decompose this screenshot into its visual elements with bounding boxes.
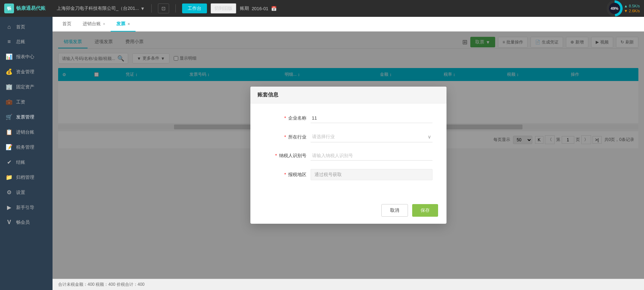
industry-row: * 所在行业 请选择行业 ∨ xyxy=(264,131,432,142)
tax-id-label-text: 纳税人识别号 xyxy=(279,153,306,158)
company-name[interactable]: 上海卯金刀电子科技有限公司_（台201... ▼ xyxy=(57,5,145,12)
sidebar-item-guide[interactable]: ▶ 新手引导 xyxy=(0,200,53,215)
tax-region-row: * 报税地区 通过税号获取 xyxy=(264,169,432,180)
company-name-row: * 企业名称 xyxy=(264,113,432,123)
sidebar-item-invoice[interactable]: 🛒 发票管理 xyxy=(0,109,53,124)
speed-up: ▲ 8.5K/s xyxy=(624,4,640,8)
company-name-label-text: 企业名称 xyxy=(288,115,306,121)
modal-title: 账套信息 xyxy=(250,87,446,103)
tab-home[interactable]: 首页 xyxy=(57,17,77,32)
status-bar: 合计未税金额：400 税额：400 价税合计：400 xyxy=(53,279,644,290)
tab-purchase-close[interactable]: × xyxy=(103,22,105,26)
speed-donut: 49% xyxy=(607,0,623,16)
ledger-icon: ≡ xyxy=(6,39,13,45)
sidebar-item-home[interactable]: ⌂ 首页 xyxy=(0,20,53,34)
sidebar-label-member: 畅会员 xyxy=(16,219,30,225)
industry-select[interactable]: 请选择行业 ∨ xyxy=(311,131,432,142)
topbar-divider-2 xyxy=(175,4,176,13)
sidebar-item-settings[interactable]: ⚙ 设置 xyxy=(0,185,53,200)
company-name-text: 上海卯金刀电子科技有限公司_（台201... xyxy=(57,5,139,12)
sidebar-item-funds[interactable]: 💰 资金管理 xyxy=(0,64,53,79)
topbar: 畅 畅康通易代账 上海卯金刀电子科技有限公司_（台201... ▼ ⊡ 工作台 … xyxy=(0,0,644,17)
industry-label-text: 所在行业 xyxy=(288,134,306,140)
settle-icon: ✔ xyxy=(6,159,13,166)
modal-overlay: 账套信息 * 企业名称 * xyxy=(53,32,644,279)
sidebar-item-assets[interactable]: 🏢 固定资产 xyxy=(0,79,53,94)
sidebar-label-tax: 税务管理 xyxy=(16,144,34,150)
required-marker-2: * xyxy=(284,134,286,140)
purchase-icon: 📋 xyxy=(6,129,13,135)
sidebar-label-home: 首页 xyxy=(16,24,25,30)
sidebar-item-purchase[interactable]: 📋 进销台账 xyxy=(0,124,53,140)
workbench-button[interactable]: 工作台 xyxy=(182,4,207,13)
speed-widget: 49% ▲ 8.5K/s ▼ 2.6K/s xyxy=(607,0,640,16)
old-version-button[interactable]: 切到旧版 xyxy=(210,3,236,14)
company-name-label: * 企业名称 xyxy=(264,115,306,121)
tabbar: 首页 进销台账 × 发票 × xyxy=(53,17,644,32)
company-name-input[interactable] xyxy=(311,113,432,123)
topbar-copy-btn[interactable]: ⊡ xyxy=(158,4,169,13)
sidebar-label-settle: 结账 xyxy=(16,159,25,166)
tab-invoice[interactable]: 发票 × xyxy=(111,17,135,32)
main-layout: ⌂ 首页 ≡ 总账 📊 报表中心 💰 资金管理 🏢 固定资产 💼 工资 🛒 发票… xyxy=(0,17,644,290)
sidebar-label-ledger: 总账 xyxy=(16,39,25,45)
sidebar-label-assets: 固定资产 xyxy=(16,84,34,90)
sidebar-item-member[interactable]: V 畅会员 xyxy=(0,215,53,230)
sidebar-label-invoice: 发票管理 xyxy=(16,114,34,120)
industry-placeholder: 请选择行业 xyxy=(312,134,428,140)
assets-icon: 🏢 xyxy=(6,83,13,90)
invoice-area: 销项发票 进项发票 费用小票 ⊞ 取票 ▼ ≡ 批量操作 xyxy=(53,32,644,279)
invoice-icon: 🛒 xyxy=(6,114,13,120)
salary-icon: 💼 xyxy=(6,99,13,105)
speed-values: ▲ 8.5K/s ▼ 2.6K/s xyxy=(624,4,640,13)
sidebar-label-guide: 新手引导 xyxy=(16,204,34,211)
modal-body: * 企业名称 * 所在行业 请选择行业 xyxy=(250,103,446,198)
funds-icon: 💰 xyxy=(6,68,13,75)
speed-percent: 49% xyxy=(609,3,620,14)
tax-region-label: * 报税地区 xyxy=(264,171,306,178)
tax-id-label: * 纳税人识别号 xyxy=(264,153,306,159)
tax-id-input[interactable] xyxy=(311,151,432,161)
industry-chevron-icon: ∨ xyxy=(428,134,431,140)
tab-purchase-label: 进销台账 xyxy=(83,21,101,27)
app-logo: 畅 畅康通易代账 xyxy=(4,4,53,13)
sidebar-label-archive: 归档管理 xyxy=(16,174,34,181)
tab-home-label: 首页 xyxy=(62,21,71,27)
required-marker-4: * xyxy=(284,172,286,177)
cancel-button[interactable]: 取消 xyxy=(381,204,408,217)
sidebar-item-salary[interactable]: 💼 工资 xyxy=(0,94,53,109)
guide-icon: ▶ xyxy=(6,204,13,211)
company-dropdown-icon[interactable]: ▼ xyxy=(140,6,145,11)
modal-footer: 取消 保存 xyxy=(250,198,446,224)
account-info-modal: 账套信息 * 企业名称 * xyxy=(250,87,446,224)
speed-down: ▼ 2.6K/s xyxy=(624,9,640,13)
sidebar: ⌂ 首页 ≡ 总账 📊 报表中心 💰 资金管理 🏢 固定资产 💼 工资 🛒 发票… xyxy=(0,17,53,290)
tax-id-row: * 纳税人识别号 xyxy=(264,151,432,161)
sidebar-item-reports[interactable]: 📊 报表中心 xyxy=(0,49,53,64)
save-button[interactable]: 保存 xyxy=(412,204,438,217)
sidebar-label-funds: 资金管理 xyxy=(16,69,34,75)
topbar-right: 49% ▲ 8.5K/s ▼ 2.6K/s xyxy=(607,0,640,16)
sidebar-label-settings: 设置 xyxy=(16,189,25,196)
sidebar-item-archive[interactable]: 📁 归档管理 xyxy=(0,170,53,185)
settings-icon: ⚙ xyxy=(6,189,13,196)
member-icon: V xyxy=(6,219,13,225)
sidebar-item-settle[interactable]: ✔ 结账 xyxy=(0,155,53,170)
calendar-icon[interactable]: 📅 xyxy=(271,6,277,11)
period-value: 2016-01 xyxy=(252,6,269,11)
topbar-divider-1 xyxy=(151,4,152,13)
main-content: 首页 进销台账 × 发票 × 销项发票 进项发票 费用小 xyxy=(53,17,644,290)
reports-icon: 📊 xyxy=(6,53,13,60)
tax-icon: 📝 xyxy=(6,144,13,150)
industry-label: * 所在行业 xyxy=(264,134,306,140)
sidebar-item-tax[interactable]: 📝 税务管理 xyxy=(0,140,53,155)
sidebar-label-salary: 工资 xyxy=(16,99,25,105)
sidebar-item-ledger[interactable]: ≡ 总账 xyxy=(0,34,53,49)
required-marker: * xyxy=(284,115,286,121)
tab-purchase[interactable]: 进销台账 × xyxy=(77,17,111,32)
tab-invoice-label: 发票 xyxy=(116,21,125,27)
app-name: 畅康通易代账 xyxy=(16,5,46,12)
tab-invoice-close[interactable]: × xyxy=(127,22,130,26)
sidebar-label-purchase: 进销台账 xyxy=(16,129,34,135)
tax-region-display: 通过税号获取 xyxy=(311,169,432,180)
